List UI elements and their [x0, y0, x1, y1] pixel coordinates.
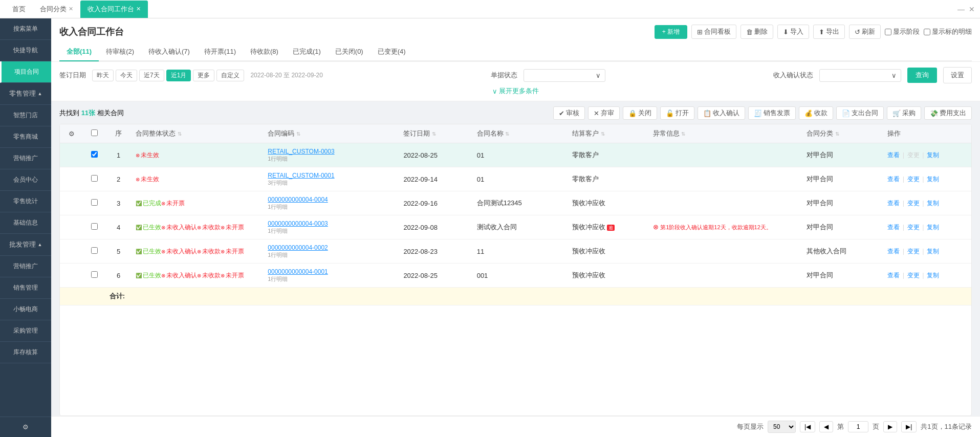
- action-income-confirm-btn[interactable]: 📋 收入确认: [698, 106, 745, 120]
- sub-tab-pending-review[interactable]: 待审核(2): [99, 43, 141, 61]
- page-number-input[interactable]: [848, 421, 868, 432]
- sort-icon-error[interactable]: ⇅: [681, 131, 685, 137]
- row-name-4: 11: [473, 239, 568, 264]
- window-minimize-icon[interactable]: —: [957, 5, 965, 13]
- sidebar-item-purchase-mgmt[interactable]: 采购管理: [0, 320, 51, 342]
- sub-tab-changed[interactable]: 已变更(4): [371, 43, 413, 61]
- delete-button[interactable]: 🗑 删除: [741, 25, 773, 39]
- expand-conditions-btn[interactable]: ∨ 展开更多条件: [492, 86, 539, 96]
- export-button[interactable]: ⬆ 导出: [813, 25, 845, 39]
- date-btn-more[interactable]: 更多: [193, 70, 214, 81]
- sort-icon-customer[interactable]: ⇅: [601, 131, 605, 137]
- sidebar-quick-nav[interactable]: 快捷导航: [0, 40, 51, 61]
- row-code-0: RETAIL_CUSTOM-0003 1行明细: [264, 143, 399, 167]
- row-checkbox-5[interactable]: [83, 264, 105, 288]
- action-review-btn[interactable]: ✔ 审核: [553, 106, 585, 120]
- page-next-btn[interactable]: ▶: [883, 421, 897, 432]
- sort-icon-date[interactable]: ⇅: [432, 131, 436, 137]
- income-confirm-dropdown[interactable]: ∨: [819, 69, 901, 82]
- row-checkbox-0[interactable]: [83, 143, 105, 167]
- sidebar-item-retail-mall[interactable]: 零售商城: [0, 126, 51, 148]
- row-checkbox-4[interactable]: [83, 239, 105, 264]
- dropdown-arrow-icon: ∨: [596, 72, 601, 79]
- date-btn-custom[interactable]: 自定义: [216, 70, 244, 81]
- row-category-2: 对甲合同: [802, 191, 883, 215]
- tab-close-contract-category[interactable]: ✕: [69, 6, 73, 12]
- tab-income-contract[interactable]: 收入合同工作台 ✕: [80, 1, 148, 18]
- sidebar-item-retail-mgmt[interactable]: 零售管理 ▲: [0, 83, 51, 105]
- row-checkbox-3[interactable]: [83, 215, 105, 239]
- row-name-2: 合同测试12345: [473, 191, 568, 215]
- col-header-code: 合同编码 ⇅: [264, 124, 399, 143]
- date-btn-7days[interactable]: 近7天: [139, 70, 164, 81]
- settings-button[interactable]: 设置: [943, 67, 972, 83]
- tab-contract-category[interactable]: 合同分类 ✕: [33, 1, 80, 18]
- sidebar-item-smart-store[interactable]: 智慧门店: [0, 105, 51, 126]
- col-header-status: 合同整体状态 ⇅: [132, 124, 264, 143]
- sub-tab-pending-confirm[interactable]: 待收入确认(7): [141, 43, 197, 61]
- sidebar-item-marketing1[interactable]: 营销推广: [0, 148, 51, 169]
- action-abandon-btn[interactable]: ✕ 弃审: [588, 106, 620, 120]
- row-status-2: ✅已完成⊗未开票: [132, 191, 264, 215]
- date-btn-yesterday[interactable]: 昨天: [92, 70, 114, 81]
- export-icon: ⬆: [819, 28, 824, 36]
- page-prev-btn[interactable]: ◀: [819, 421, 833, 432]
- row-checkbox-2[interactable]: [83, 191, 105, 215]
- open-icon: 🔓: [666, 110, 674, 117]
- sidebar-item-project-contract[interactable]: 项目合同: [0, 61, 51, 83]
- row-checkbox-1[interactable]: [83, 167, 105, 191]
- date-btn-1month[interactable]: 近1月: [166, 70, 191, 81]
- sidebar-item-sales-mgmt[interactable]: 销售管理: [0, 277, 51, 299]
- action-expense-contract-btn[interactable]: 📄 支出合同: [836, 106, 884, 120]
- import-icon: ⬇: [783, 28, 789, 36]
- refresh-icon: ↺: [855, 28, 860, 36]
- row-no-3: 4: [105, 215, 132, 239]
- action-open-btn[interactable]: 🔓 打开: [660, 106, 694, 120]
- sidebar-item-ecommerce[interactable]: 小畅电商: [0, 299, 51, 320]
- sort-icon-name[interactable]: ⇅: [505, 131, 509, 137]
- sidebar-search[interactable]: 搜索菜单: [0, 18, 51, 40]
- contract-board-button[interactable]: ⊞ 合同看板: [691, 25, 736, 39]
- action-sales-invoice-btn[interactable]: 🧾 销售发票: [748, 106, 796, 120]
- sort-icon-status[interactable]: ⇅: [178, 131, 182, 137]
- sidebar-item-wholesale-mgmt[interactable]: 批发管理 ▲: [0, 234, 51, 256]
- sub-tab-pending-invoice[interactable]: 待开票(11): [197, 43, 243, 61]
- action-expense-btn[interactable]: 💸 费用支出: [924, 106, 972, 120]
- sort-icon-code[interactable]: ⇅: [296, 131, 300, 137]
- page-first-btn[interactable]: |◀: [800, 421, 815, 432]
- page-last-btn[interactable]: ▶|: [901, 421, 917, 432]
- table-row: 5 ✅已生效⊗未收入确认⊗未收款⊗未开票 0000000000004-0002 …: [60, 239, 971, 264]
- tab-close-income-contract[interactable]: ✕: [136, 6, 141, 12]
- sidebar-item-inventory[interactable]: 库存核算: [0, 342, 51, 363]
- new-button[interactable]: + 新增: [655, 25, 687, 39]
- tab-home[interactable]: 首页: [5, 1, 33, 18]
- action-payment-btn[interactable]: 💰 收款: [799, 106, 833, 120]
- action-close-btn[interactable]: 🔒 关闭: [623, 106, 657, 120]
- sidebar-settings-icon[interactable]: ⚙: [23, 423, 29, 431]
- page-size-select[interactable]: 50 100 200: [768, 421, 796, 433]
- sub-tab-closed[interactable]: 已关闭(0): [328, 43, 371, 61]
- query-button[interactable]: 查询: [907, 68, 937, 83]
- sub-tab-completed[interactable]: 已完成(1): [286, 43, 328, 61]
- refresh-button[interactable]: ↺ 刷新: [849, 25, 881, 39]
- show-detail-checkbox[interactable]: [924, 29, 930, 35]
- row-category-5: 对甲合同: [802, 264, 883, 288]
- row-no-5: 6: [105, 264, 132, 288]
- action-purchase-btn[interactable]: 🛒 采购: [887, 106, 921, 120]
- window-close-icon[interactable]: ✕: [969, 5, 975, 13]
- row-error-1: [649, 167, 803, 191]
- totals-row: 合计:: [60, 288, 971, 305]
- table-settings-icon[interactable]: ⚙: [69, 130, 75, 138]
- sidebar-item-retail-stats[interactable]: 零售统计: [0, 191, 51, 212]
- date-btn-today[interactable]: 今天: [116, 70, 137, 81]
- sidebar-item-basic-info[interactable]: 基础信息: [0, 212, 51, 234]
- show-stage-checkbox[interactable]: [885, 29, 891, 35]
- sub-tab-pending-payment[interactable]: 待收款(8): [243, 43, 286, 61]
- document-status-dropdown[interactable]: ∨: [524, 69, 605, 82]
- import-button[interactable]: ⬇ 导入: [777, 25, 809, 39]
- sort-icon-category[interactable]: ⇅: [835, 131, 839, 137]
- select-all-checkbox[interactable]: [91, 129, 98, 136]
- sidebar-item-member-center[interactable]: 会员中心: [0, 169, 51, 191]
- sidebar-item-marketing2[interactable]: 营销推广: [0, 256, 51, 277]
- sub-tab-all[interactable]: 全部(11): [59, 43, 99, 61]
